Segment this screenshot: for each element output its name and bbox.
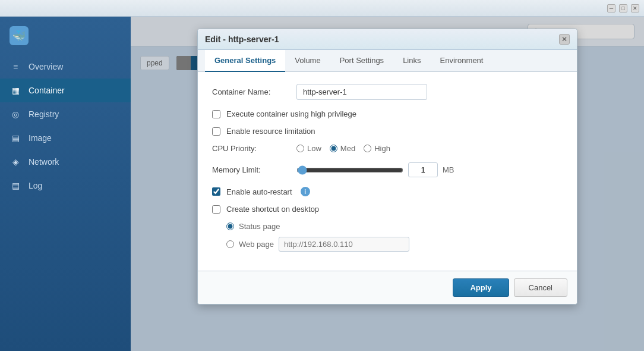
sidebar-item-log-label: Log <box>29 181 42 190</box>
cpu-low-label: Low <box>307 144 321 153</box>
close-button[interactable]: ✕ <box>631 4 639 12</box>
shortcut-sub-options: Status page Web page <box>212 222 563 252</box>
app-logo-icon: 🐳 <box>10 26 29 45</box>
image-icon: ▤ <box>10 132 21 144</box>
cancel-button[interactable]: Cancel <box>514 278 567 297</box>
memory-unit-label: MB <box>443 165 454 174</box>
cpu-priority-row: CPU Priority: Low Med <box>212 144 563 153</box>
app-window: ─ □ ✕ 🐳 ≡ Overview ▦ Container ◎ Registr… <box>0 0 644 351</box>
enable-resource-row: Enable resource limitation <box>212 127 563 136</box>
sidebar-item-log[interactable]: ▤ Log <box>0 174 131 198</box>
container-name-label: Container Name: <box>212 87 289 96</box>
sidebar-item-network-label: Network <box>29 157 59 167</box>
create-shortcut-label: Create shortcut on desktop <box>226 205 319 214</box>
web-page-label: Web page <box>239 240 274 249</box>
apply-button[interactable]: Apply <box>453 278 509 297</box>
sidebar-item-overview-label: Overview <box>29 62 63 71</box>
sidebar-item-registry[interactable]: ◎ Registry <box>0 102 131 126</box>
cpu-low-option[interactable]: Low <box>296 144 321 153</box>
sidebar-item-image[interactable]: ▤ Image <box>0 126 131 150</box>
minimize-button[interactable]: ─ <box>607 4 615 12</box>
web-page-radio[interactable] <box>226 240 234 248</box>
tab-environment[interactable]: Environment <box>430 50 493 72</box>
dialog-close-button[interactable]: ✕ <box>559 34 570 45</box>
cpu-low-radio[interactable] <box>296 145 304 152</box>
cpu-med-radio[interactable] <box>330 145 337 152</box>
create-shortcut-row: Create shortcut on desktop <box>212 205 563 214</box>
container-icon: ▦ <box>10 84 21 96</box>
execute-high-priv-label: Execute container using high privilege <box>226 109 356 118</box>
cpu-high-label: High <box>374 144 390 153</box>
dialog-tabs: General Settings Volume Port Settings Li… <box>198 50 577 72</box>
memory-limit-label: Memory Limit: <box>212 165 289 174</box>
modal-backdrop: Edit - http-server-1 ✕ General Settings … <box>131 17 644 351</box>
cpu-med-option[interactable]: Med <box>330 144 355 153</box>
cpu-priority-label: CPU Priority: <box>212 144 289 153</box>
dialog-title-bar: Edit - http-server-1 ✕ <box>198 29 577 50</box>
web-page-url-input[interactable] <box>279 237 409 252</box>
registry-icon: ◎ <box>10 108 21 120</box>
enable-resource-label: Enable resource limitation <box>226 127 315 136</box>
cpu-priority-radio-group: Low Med High <box>296 144 390 153</box>
main-content: ⚲ pped I Edit - http-server-1 <box>131 17 644 351</box>
tab-volume[interactable]: Volume <box>285 50 330 72</box>
web-page-option: Web page <box>226 237 563 252</box>
enable-auto-restart-label: Enable auto-restart <box>226 187 292 196</box>
status-page-radio[interactable] <box>226 222 234 230</box>
memory-limit-row: Memory Limit: MB <box>212 162 563 177</box>
tab-links[interactable]: Links <box>393 50 430 72</box>
title-bar-controls: ─ □ ✕ <box>607 4 639 12</box>
enable-auto-restart-checkbox[interactable] <box>212 187 220 196</box>
app-body: 🐳 ≡ Overview ▦ Container ◎ Registry ▤ Im… <box>0 17 644 351</box>
status-page-option: Status page <box>226 222 563 231</box>
sidebar-item-container[interactable]: ▦ Container <box>0 79 131 102</box>
sidebar-logo: 🐳 <box>0 21 131 55</box>
sidebar-item-overview[interactable]: ≡ Overview <box>0 55 131 79</box>
overview-icon: ≡ <box>10 61 21 73</box>
cpu-high-radio[interactable] <box>364 145 371 152</box>
tab-general-settings[interactable]: General Settings <box>205 50 285 72</box>
sidebar: 🐳 ≡ Overview ▦ Container ◎ Registry ▤ Im… <box>0 17 131 351</box>
log-icon: ▤ <box>10 180 21 192</box>
create-shortcut-checkbox[interactable] <box>212 205 220 214</box>
dialog-body: Container Name: Execute container using … <box>198 72 577 271</box>
enable-resource-checkbox[interactable] <box>212 127 220 136</box>
cpu-med-label: Med <box>340 144 355 153</box>
edit-dialog: Edit - http-server-1 ✕ General Settings … <box>197 29 577 305</box>
tab-port-settings[interactable]: Port Settings <box>330 50 393 72</box>
container-name-row: Container Name: <box>212 84 563 100</box>
restore-button[interactable]: □ <box>619 4 627 12</box>
sidebar-item-container-label: Container <box>29 86 65 95</box>
sidebar-item-registry-label: Registry <box>29 109 59 119</box>
title-bar: ─ □ ✕ <box>0 0 644 17</box>
sidebar-item-image-label: Image <box>29 133 52 143</box>
cpu-high-option[interactable]: High <box>364 144 390 153</box>
memory-value-input[interactable] <box>408 162 438 177</box>
sidebar-item-network[interactable]: ◈ Network <box>0 150 131 174</box>
dialog-title: Edit - http-server-1 <box>205 35 279 44</box>
memory-slider-container: MB <box>296 162 454 177</box>
status-page-label: Status page <box>239 222 280 231</box>
enable-auto-restart-row: Enable auto-restart i <box>212 187 563 196</box>
container-name-input[interactable] <box>296 84 427 100</box>
execute-high-priv-row: Execute container using high privilege <box>212 109 563 118</box>
network-icon: ◈ <box>10 156 21 168</box>
execute-high-priv-checkbox[interactable] <box>212 110 220 118</box>
memory-slider[interactable] <box>296 165 403 175</box>
auto-restart-info-icon[interactable]: i <box>301 187 310 196</box>
dialog-footer: Apply Cancel <box>198 271 577 304</box>
